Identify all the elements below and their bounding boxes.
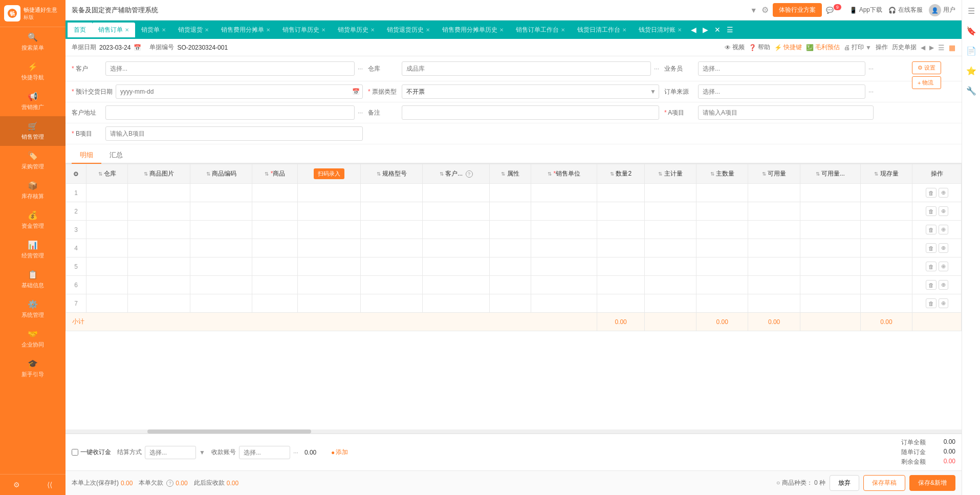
remark-input[interactable] (402, 105, 659, 120)
tab-sales-goods[interactable]: 销货单 ✕ (135, 23, 172, 37)
row-product-2[interactable] (252, 202, 298, 221)
th-available2-sort[interactable]: ⇅ (816, 171, 820, 177)
discard-btn[interactable]: 放弃 (830, 475, 859, 491)
tab-close-goods-history[interactable]: ✕ (371, 27, 375, 33)
row-qty2-3[interactable] (597, 221, 644, 239)
row-main-unit-4[interactable] (644, 239, 696, 257)
one-click-checkbox[interactable] (72, 449, 78, 456)
app-download-item[interactable]: 📱 App下载 (850, 6, 882, 14)
sidebar-item-guide[interactable]: 🎓 新手引导 (0, 354, 66, 383)
history-action[interactable]: 历史单据 (892, 43, 917, 52)
tab-close-return-history[interactable]: ✕ (426, 27, 430, 33)
row-main-unit-2[interactable] (644, 202, 696, 221)
address-dots[interactable]: ··· (358, 109, 363, 116)
row-copy-btn-6[interactable]: ⊕ (939, 280, 948, 290)
salesperson-input[interactable] (698, 61, 865, 76)
row-delete-btn-1[interactable]: 🗑 (926, 188, 937, 198)
tab-close-fee-history[interactable]: ✕ (499, 27, 504, 33)
online-service-item[interactable]: 🎧 在线客服 (888, 6, 923, 14)
row-main-unit-5[interactable] (644, 257, 696, 276)
print-dropdown-icon[interactable]: ▼ (865, 44, 872, 51)
profit-action[interactable]: 💹 毛利预估 (806, 43, 840, 52)
row-sales-unit-5[interactable] (531, 257, 597, 276)
notification-item[interactable]: 💬 9 (826, 7, 843, 14)
row-warehouse-7[interactable] (86, 294, 128, 313)
row-sku-1[interactable] (190, 184, 252, 202)
sidebar-item-operations[interactable]: 📊 经营管理 (0, 235, 66, 265)
tab-close-order-history[interactable]: ✕ (321, 27, 325, 33)
tab-prev-btn[interactable]: ◀ (688, 24, 700, 36)
tab-close-return[interactable]: ✕ (205, 27, 209, 33)
customer-dots[interactable]: ··· (358, 65, 363, 72)
row-main-qty-7[interactable] (696, 294, 748, 313)
gear-icon[interactable]: ⚙ (761, 5, 769, 15)
payment-method-input[interactable] (145, 446, 196, 459)
row-main-qty-5[interactable] (696, 257, 748, 276)
row-product-1[interactable] (252, 184, 298, 202)
th-qty2-sort[interactable]: ⇅ (610, 171, 614, 177)
tab-close-daily-workbench[interactable]: ✕ (622, 27, 626, 33)
th-attr-sort[interactable]: ⇅ (501, 171, 505, 177)
print-action[interactable]: 🖨 打印 ▼ (844, 43, 872, 52)
row-qty2-5[interactable] (597, 257, 644, 276)
salesperson-dots[interactable]: ··· (868, 65, 874, 72)
row-copy-btn-2[interactable]: ⊕ (939, 206, 948, 216)
rp-icon-1[interactable]: ☰ (966, 4, 977, 18)
row-delete-btn-5[interactable]: 🗑 (926, 262, 937, 271)
row-sales-unit-4[interactable] (531, 239, 597, 257)
sidebar-item-marketing[interactable]: 📢 营销推广 (0, 87, 66, 116)
operation-action[interactable]: 操作 (876, 43, 888, 52)
calendar-icon[interactable]: 📅 (134, 44, 141, 51)
warehouse-input[interactable] (402, 61, 651, 76)
row-main-unit-3[interactable] (644, 221, 696, 239)
tab-sales-return[interactable]: 销货退货 ✕ (172, 23, 215, 37)
row-spec-6[interactable] (361, 276, 423, 294)
tab-next-btn[interactable]: ▶ (700, 24, 711, 36)
row-attr-6[interactable] (489, 276, 531, 294)
order-source-dots[interactable]: ··· (868, 88, 874, 95)
row-customer-code-7[interactable] (423, 294, 489, 313)
row-attr-3[interactable] (489, 221, 531, 239)
row-main-qty-4[interactable] (696, 239, 748, 257)
shortcut-action[interactable]: ⚡ 快捷键 (774, 43, 802, 52)
row-product-4[interactable] (252, 239, 298, 257)
save-new-btn[interactable]: 保存&新增 (909, 475, 955, 491)
row-spec-1[interactable] (361, 184, 423, 202)
row-sku-6[interactable] (190, 276, 252, 294)
customer-code-info-icon[interactable]: ? (466, 170, 473, 178)
row-delete-btn-2[interactable]: 🗑 (926, 206, 937, 216)
tab-summary[interactable]: 汇总 (101, 147, 131, 164)
row-warehouse-1[interactable] (86, 184, 128, 202)
row-copy-btn-1[interactable]: ⊕ (939, 188, 948, 198)
row-main-qty-1[interactable] (696, 184, 748, 202)
row-product-3[interactable] (252, 221, 298, 239)
tab-daily-reconcile[interactable]: 钱货日清对账 ✕ (633, 23, 688, 37)
th-sales-unit-sort[interactable]: ⇅ (548, 171, 552, 177)
b-project-input[interactable] (105, 126, 363, 141)
row-attr-4[interactable] (489, 239, 531, 257)
table-scrollbar[interactable] (66, 429, 962, 434)
sidebar-item-basic[interactable]: 📋 基础信息 (0, 265, 66, 294)
tab-close-order-workbench[interactable]: ✕ (561, 27, 565, 33)
tab-close-sales-order[interactable]: ✕ (125, 27, 129, 33)
row-main-unit-7[interactable] (644, 294, 696, 313)
th-main-unit-sort[interactable]: ⇅ (658, 171, 662, 177)
th-spec-sort[interactable]: ⇅ (377, 171, 381, 177)
tab-sales-order[interactable]: 销售订单 ✕ (92, 23, 135, 37)
th-stock-sort[interactable]: ⇅ (874, 171, 878, 177)
sidebar-item-finance[interactable]: 💰 资金管理 (0, 205, 66, 235)
tab-menu-btn[interactable]: ☰ (724, 24, 736, 36)
payment-dropdown-icon[interactable]: ▼ (199, 449, 205, 456)
rp-icon-3[interactable]: 📄 (964, 44, 978, 58)
row-qty2-1[interactable] (597, 184, 644, 202)
add-logistics-btn[interactable]: + 物流 (912, 76, 941, 89)
row-qty2-2[interactable] (597, 202, 644, 221)
tab-close-all-btn[interactable]: ✕ (711, 24, 724, 36)
sidebar-item-quicknav[interactable]: ⚡ 快捷导航 (0, 57, 66, 87)
row-attr-2[interactable] (489, 202, 531, 221)
sidebar-item-purchase[interactable]: 🏷️ 采购管理 (0, 146, 66, 176)
row-warehouse-6[interactable] (86, 276, 128, 294)
delivery-date-input[interactable] (116, 84, 363, 99)
rp-icon-4[interactable]: ⭐ (964, 64, 978, 78)
row-sales-unit-7[interactable] (531, 294, 597, 313)
